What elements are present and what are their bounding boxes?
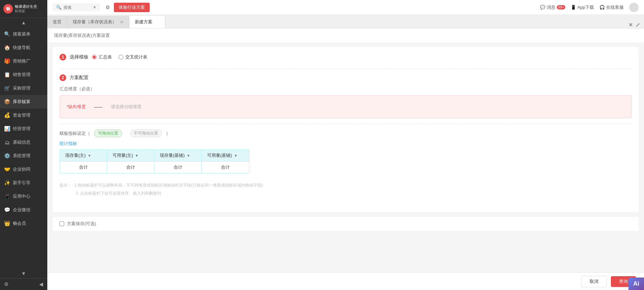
money-icon: 💰 <box>4 112 10 118</box>
app-download-label: App下载 <box>577 4 594 10</box>
search-dropdown-btn[interactable]: ▼ <box>93 5 97 10</box>
cancel-button[interactable]: 取消 <box>581 276 607 287</box>
handshake-icon: 🤝 <box>4 166 10 172</box>
sidebar-item-label: 资金管理 <box>13 112 30 118</box>
step2-section: 2 方案配置 汇总维度（必选） *纵向维度 —— 请选择分组维度 模板指标设定（… <box>59 74 632 197</box>
radio-summary-label: 汇总表 <box>99 54 112 60</box>
sidebar-item-enterprise[interactable]: 🤝 企业协同 <box>0 163 47 176</box>
window-controls: ✕ ⤢ <box>628 22 644 28</box>
sidebar-item-label: 快捷导航 <box>13 45 30 51</box>
sidebar-item-quicknav[interactable]: 🏠 快捷导航 <box>0 41 47 54</box>
search-input[interactable] <box>64 5 91 10</box>
sidebar-item-wechat[interactable]: 💬 企业微信 <box>0 203 47 217</box>
step1-number: 1 <box>59 54 66 61</box>
stats-col-1-header[interactable]: 可用量(主) ▼ <box>107 150 154 161</box>
save-checkbox[interactable] <box>59 221 64 226</box>
window-close-btn[interactable]: ✕ <box>628 22 633 28</box>
radio-summary-input[interactable] <box>92 55 97 59</box>
sidebar-item-appstore[interactable]: 📱 应用中心 <box>0 190 47 203</box>
radio-cross-input[interactable] <box>119 55 123 59</box>
step1-header: 1 选择模板 汇总表 交叉统计表 <box>59 54 632 61</box>
tab-home-label: 首页 <box>53 19 61 25</box>
chevron-icon-1: ▼ <box>135 154 139 158</box>
sidebar-item-sales[interactable]: 📋 销售管理 <box>0 68 47 81</box>
stats-header-row: 现存量(主) ▼ 可用量(主) ▼ 现存量(基辅) ▼ <box>60 150 249 161</box>
window-expand-btn[interactable]: ⤢ <box>636 22 640 28</box>
stats-col-3-header-text: 可用量(基辅) <box>207 152 232 159</box>
sidebar-item-purchase[interactable]: 🛒 采购管理 <box>0 81 47 95</box>
sidebar-item-operations[interactable]: 📊 经营管理 <box>0 122 47 136</box>
stats-col-2-header-text: 现存量(基辅) <box>160 152 185 159</box>
radio-summary[interactable]: 汇总表 <box>92 54 112 60</box>
sidebar-item-label: 采购管理 <box>13 85 30 91</box>
indicator-settings-label: 模板指标设定（ <box>59 130 90 137</box>
tip-intro: 提示： 1.拖动标题栏可以调整布局，不可跨维度或指标区域拖动栏目字段(只能在同一… <box>59 181 632 189</box>
step1-title: 选择模板 <box>70 54 89 60</box>
tab-inventory-status-close[interactable]: ✕ <box>119 20 124 25</box>
topbar: 🔍 ▼ ⚙ 体验行业方案 💬 消息 99+ 📱 App下载 🎧 在线客服 <box>47 0 644 15</box>
radio-cross-label: 交叉统计表 <box>125 54 147 60</box>
tab-home[interactable]: 首页 <box>47 16 67 28</box>
gift-icon: 🎁 <box>4 58 10 64</box>
tab-inventory-status[interactable]: 现存量（库存状况表） ✕ <box>67 16 129 28</box>
sidebar-settings-btn[interactable]: ⚙ <box>4 281 8 287</box>
stats-col-1-data: 合计 <box>107 162 154 173</box>
sidebar-item-basic[interactable]: 🗂 基础信息 <box>0 136 47 149</box>
tip-0-text: 1.拖动标题栏可以调整布局，不可跨维度或指标区域拖动栏目字段(只能在同一维度或指… <box>74 181 263 189</box>
messages-badge: 99+ <box>557 5 565 9</box>
sidebar-collapse-btn[interactable]: ◀ <box>39 281 43 287</box>
tab-new-plan[interactable]: 新建方案 ✕ <box>129 16 165 28</box>
template-radio-group: 汇总表 交叉统计表 <box>92 54 147 60</box>
stats-data-row: 合计 合计 合计 合计 <box>60 161 249 173</box>
dimension-placeholder: 请选择分组维度 <box>111 104 142 110</box>
sidebar-item-marketing[interactable]: 🎁 营销推广 <box>0 54 47 68</box>
sidebar-item-inventory[interactable]: 📦 库存核算 <box>0 95 47 108</box>
sidebar-item-label: 企业微信 <box>13 207 30 213</box>
tab-new-plan-close[interactable]: ✕ <box>154 20 159 25</box>
sidebar-item-label: 基础信息 <box>13 139 30 145</box>
no-drag-badge: 不可拖动位置 <box>130 129 162 137</box>
radio-cross[interactable]: 交叉统计表 <box>119 54 147 60</box>
sidebar-item-finance[interactable]: 💰 资金管理 <box>0 108 47 122</box>
user-avatar[interactable] <box>629 3 639 12</box>
app-download-btn[interactable]: 📱 App下载 <box>571 4 594 10</box>
sidebar-item-label: 搜索菜单 <box>13 31 30 37</box>
sidebar-nav: 🔍 搜索菜单 🏠 快捷导航 🎁 营销推广 📋 销售管理 🛒 采购管理 📦 库存核… <box>0 27 47 269</box>
app-edition: 标准版 <box>15 9 37 14</box>
stats-col-0-data: 合计 <box>60 162 107 173</box>
gear-icon: ⚙️ <box>4 153 10 159</box>
tip-intro-text: 提示： <box>59 181 72 189</box>
sidebar-item-label: 销售管理 <box>13 72 30 78</box>
customer-service-btn[interactable]: 🎧 在线客服 <box>599 4 624 10</box>
stats-table: 现存量(主) ▼ 可用量(主) ▼ 现存量(基辅) ▼ <box>59 149 249 173</box>
sidebar-scroll-down-btn[interactable]: ▼ <box>20 269 27 277</box>
message-icon: 💬 <box>540 5 545 10</box>
dimension-box[interactable]: *纵向维度 —— 请选择分组维度 <box>59 95 632 118</box>
step2-header: 2 方案配置 <box>59 74 632 81</box>
topbar-settings-btn[interactable]: ⚙ <box>105 4 110 10</box>
stats-col-0-header[interactable]: 现存量(主) ▼ <box>60 150 107 161</box>
main-area: 🔍 ▼ ⚙ 体验行业方案 💬 消息 99+ 📱 App下载 🎧 在线客服 <box>47 0 644 290</box>
stats-col-0-header-text: 现存量(主) <box>65 152 86 159</box>
dimension-required: *纵向维度 <box>67 104 86 110</box>
stats-col-3-header[interactable]: 可用量(基辅) ▼ <box>202 150 249 161</box>
messages-btn[interactable]: 💬 消息 99+ <box>540 4 565 10</box>
divider1 <box>59 69 632 69</box>
chevron-icon-2: ▼ <box>187 154 190 158</box>
sidebar-scroll-up-btn[interactable]: ▲ <box>20 19 27 27</box>
sidebar-item-search[interactable]: 🔍 搜索菜单 <box>0 27 47 41</box>
sidebar-item-vip[interactable]: 👑 畅会员 <box>0 217 47 230</box>
sidebar-item-system[interactable]: ⚙️ 系统管理 <box>0 149 47 163</box>
stats-col-3-data: 合计 <box>202 162 249 173</box>
ai-badge[interactable]: Ai <box>628 277 644 290</box>
trial-btn[interactable]: 体验行业方案 <box>114 3 150 12</box>
search-icon: 🔍 <box>4 31 10 37</box>
stats-col-2-header[interactable]: 现存量(基辅) ▼ <box>154 150 202 161</box>
step2-number: 2 <box>59 74 66 81</box>
sidebar-item-guide[interactable]: ✨ 新手引导 <box>0 176 47 190</box>
phone-icon: 📱 <box>4 193 10 199</box>
search-bar: 🔍 ▼ <box>53 3 100 11</box>
stats-section: 统计指标 现存量(主) ▼ 可用量(主) ▼ <box>59 141 632 174</box>
phone-icon: 📱 <box>571 5 576 10</box>
content-area: 现存量(库存状况表)方案设置 1 选择模板 汇总表 交叉统计表 <box>47 28 644 272</box>
